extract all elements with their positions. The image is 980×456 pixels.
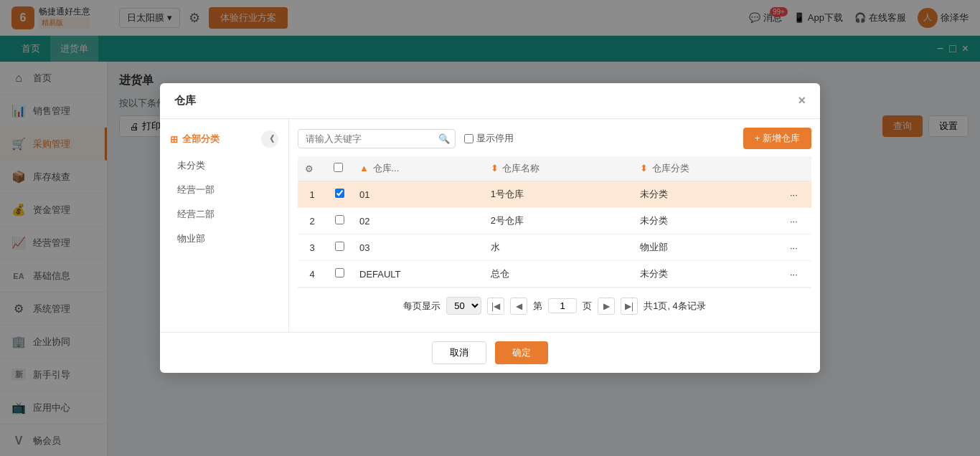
row-category: 未分类: [633, 181, 783, 208]
modal-header: 仓库 ×: [160, 83, 820, 119]
collapse-panel-btn[interactable]: 《: [261, 130, 278, 148]
cancel-btn[interactable]: 取消: [432, 341, 486, 364]
first-page-btn[interactable]: |◀: [487, 298, 504, 315]
per-page-select[interactable]: 50: [446, 297, 481, 315]
page-label: 第: [533, 300, 542, 313]
warehouse-table: ⚙ ▲ 仓库... ⬍: [298, 156, 811, 288]
modal-title: 仓库: [174, 94, 196, 108]
modal-footer: 取消 确定: [160, 332, 820, 373]
row-checkbox-cell: [326, 234, 352, 261]
table-header-row: ⚙ ▲ 仓库... ⬍: [298, 156, 811, 181]
modal-close-btn[interactable]: ×: [798, 93, 806, 108]
row-code: DEFAULT: [352, 261, 484, 288]
per-page-label: 每页显示: [403, 300, 440, 313]
show-disabled-checkbox[interactable]: [464, 134, 473, 143]
modal-body: ⊞ 全部分类 《 未分类 经营一部 经营二部 物业部 🔍: [160, 119, 820, 332]
row-num: 2: [298, 208, 326, 234]
sort-code-icon: ▲: [359, 163, 369, 174]
page-input[interactable]: [548, 298, 577, 313]
select-all-checkbox[interactable]: [334, 163, 343, 172]
row-actions[interactable]: ···: [783, 234, 811, 261]
last-page-btn[interactable]: ▶|: [621, 298, 638, 315]
row-num: 1: [298, 181, 326, 208]
category-ops2[interactable]: 经营二部: [160, 202, 288, 227]
col-code-header: ▲ 仓库...: [352, 156, 484, 181]
row-code: 02: [352, 208, 484, 234]
row-checkbox-cell: [326, 261, 352, 288]
row-checkbox[interactable]: [335, 268, 344, 277]
col-settings-header: ⚙: [298, 156, 326, 181]
row-num: 3: [298, 234, 326, 261]
table-row: 2 02 2号仓库 未分类 ···: [298, 208, 811, 234]
next-page-btn[interactable]: ▶: [598, 298, 615, 315]
settings-gear-icon[interactable]: ⚙: [305, 163, 314, 174]
category-uncat[interactable]: 未分类: [160, 153, 288, 178]
table-panel: 🔍 显示停用 + 新增仓库 ⚙: [289, 119, 820, 332]
pagination: 每页显示 50 |◀ ◀ 第 页 ▶ ▶| 共1页, 4条记录: [298, 288, 811, 323]
row-actions[interactable]: ···: [783, 181, 811, 208]
warehouse-modal: 仓库 × ⊞ 全部分类 《 未分类 经营一部 经营二部 物业部: [160, 83, 820, 373]
col-checkbox-header: [326, 156, 352, 181]
row-actions[interactable]: ···: [783, 261, 811, 288]
show-disabled-label[interactable]: 显示停用: [464, 132, 514, 145]
row-category: 未分类: [633, 208, 783, 234]
row-checkbox[interactable]: [335, 189, 344, 198]
category-all-label: 全部分类: [182, 133, 220, 146]
row-code: 03: [352, 234, 484, 261]
category-property[interactable]: 物业部: [160, 227, 288, 251]
show-disabled-text: 显示停用: [476, 132, 514, 145]
row-actions[interactable]: ···: [783, 208, 811, 234]
table-container: ⚙ ▲ 仓库... ⬍: [298, 156, 811, 288]
row-name: 总仓: [484, 261, 633, 288]
row-name: 水: [484, 234, 633, 261]
sort-cat-icon: ⬍: [640, 163, 648, 174]
search-bar: 🔍 显示停用 + 新增仓库: [298, 128, 811, 149]
row-checkbox-cell: [326, 208, 352, 234]
row-category: 未分类: [633, 261, 783, 288]
page-unit: 页: [583, 300, 592, 313]
prev-page-btn[interactable]: ◀: [510, 298, 527, 315]
category-panel: ⊞ 全部分类 《 未分类 经营一部 经营二部 物业部: [160, 119, 289, 332]
table-row: 4 DEFAULT 总仓 未分类 ···: [298, 261, 811, 288]
modal-overlay: 仓库 × ⊞ 全部分类 《 未分类 经营一部 经营二部 物业部: [0, 0, 980, 456]
table-body: 1 01 1号仓库 未分类 ··· 2 02 2号仓库 未分类 ··· 3 03…: [298, 181, 811, 288]
new-warehouse-btn[interactable]: + 新增仓库: [743, 128, 811, 149]
table-row: 1 01 1号仓库 未分类 ···: [298, 181, 811, 208]
category-all[interactable]: ⊞ 全部分类 《: [160, 125, 288, 153]
row-name: 2号仓库: [484, 208, 633, 234]
col-name-header: ⬍ 仓库名称: [484, 156, 633, 181]
row-code: 01: [352, 181, 484, 208]
row-checkbox[interactable]: [335, 242, 344, 251]
row-category: 物业部: [633, 234, 783, 261]
row-name: 1号仓库: [484, 181, 633, 208]
table-row: 3 03 水 物业部 ···: [298, 234, 811, 261]
search-input[interactable]: [298, 129, 456, 148]
search-input-wrap: 🔍: [298, 129, 456, 148]
row-checkbox-cell: [326, 181, 352, 208]
grid-icon: ⊞: [170, 134, 178, 145]
confirm-btn[interactable]: 确定: [495, 341, 548, 364]
col-actions-header: [783, 156, 811, 181]
sort-name-icon: ⬍: [491, 163, 499, 174]
row-num: 4: [298, 261, 326, 288]
row-checkbox[interactable]: [335, 215, 344, 224]
page-summary: 共1页, 4条记录: [644, 300, 706, 313]
search-icon[interactable]: 🔍: [438, 133, 450, 144]
category-ops1[interactable]: 经营一部: [160, 178, 288, 202]
col-category-header: ⬍ 仓库分类: [633, 156, 783, 181]
